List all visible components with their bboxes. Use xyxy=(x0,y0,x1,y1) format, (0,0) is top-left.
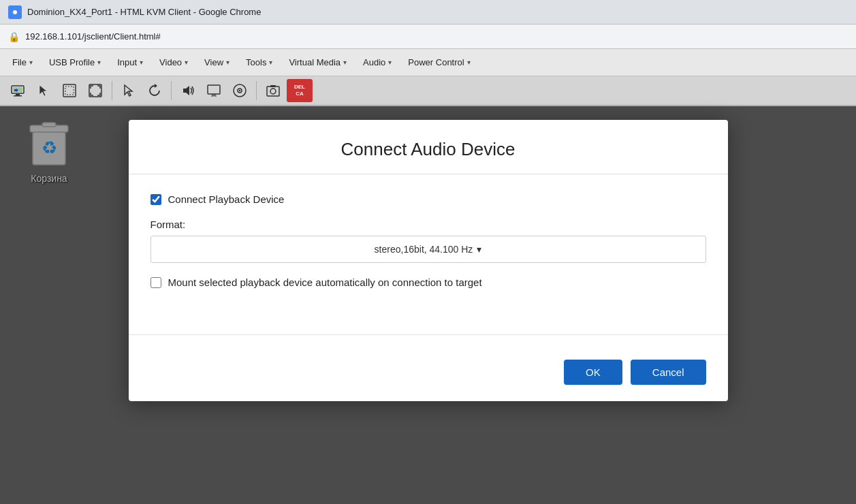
virtual-media-button[interactable] xyxy=(227,79,252,102)
browser-title: Dominion_KX4_Port1 - HTML KVM Client - G… xyxy=(27,7,261,17)
menu-virtual-media[interactable]: Virtual Media ▾ xyxy=(282,54,353,70)
connect-playback-row: Connect Playback Device xyxy=(150,193,706,205)
modal-body: Connect Playback Device Format: stereo,1… xyxy=(129,174,728,321)
monitor-button[interactable] xyxy=(202,79,226,102)
chevron-down-icon: ▾ xyxy=(269,59,272,66)
menu-video[interactable]: Video ▾ xyxy=(153,54,195,70)
address-text[interactable]: 192.168.1.101/jsclient/Client.html# xyxy=(25,31,161,42)
svg-rect-9 xyxy=(208,85,220,94)
modal-header: Connect Audio Device xyxy=(129,120,728,174)
svg-rect-5 xyxy=(14,95,22,97)
modal-overlay: Connect Audio Device Connect Playback De… xyxy=(0,106,856,504)
format-label: Format: xyxy=(150,219,706,230)
select-cursor-button[interactable] xyxy=(116,79,141,102)
normal-cursor-button[interactable] xyxy=(31,79,56,102)
main-area: ♻ Корзина Connect Audio Device Connect P… xyxy=(0,106,856,504)
screenshot-button[interactable] xyxy=(261,79,285,102)
chevron-down-icon: ▾ xyxy=(343,59,347,66)
toolbar: DELCA xyxy=(0,76,856,106)
modal-footer: OK Cancel xyxy=(129,349,728,401)
svg-rect-4 xyxy=(16,94,20,95)
menubar: File ▾ USB Profile ▾ Input ▾ Video ▾ Vie… xyxy=(0,49,856,76)
modal-title: Connect Audio Device xyxy=(150,139,706,160)
modal-divider xyxy=(129,334,728,335)
chevron-down-icon: ▾ xyxy=(185,59,188,66)
chevron-down-icon: ▾ xyxy=(467,59,471,66)
menu-power-control[interactable]: Power Control ▾ xyxy=(401,54,477,70)
connect-audio-dialog: Connect Audio Device Connect Playback De… xyxy=(129,120,728,401)
chevron-down-icon: ▾ xyxy=(388,59,392,66)
menu-file[interactable]: File ▾ xyxy=(5,54,39,70)
format-row: Format: stereo,16bit, 44.100 Hz ▾ stereo… xyxy=(150,219,706,263)
svg-rect-15 xyxy=(270,85,276,87)
connect-playback-checkbox[interactable] xyxy=(150,194,161,205)
browser-titlebar: Dominion_KX4_Port1 - HTML KVM Client - G… xyxy=(0,0,856,25)
format-select-container[interactable]: stereo,16bit, 44.100 Hz ▾ stereo,16bit, … xyxy=(150,236,706,263)
kvm-button[interactable] xyxy=(5,79,30,102)
toolbar-separator-3 xyxy=(256,81,257,100)
ctrl-alt-del-button[interactable]: DELCA xyxy=(287,79,313,102)
ok-button[interactable]: OK xyxy=(564,360,622,385)
svg-point-14 xyxy=(270,89,276,94)
cancel-button[interactable]: Cancel xyxy=(631,360,706,385)
menu-audio[interactable]: Audio ▾ xyxy=(356,54,398,70)
chevron-down-icon: ▾ xyxy=(97,59,101,66)
connect-playback-label[interactable]: Connect Playback Device xyxy=(168,193,285,205)
refresh-button[interactable] xyxy=(142,79,167,102)
chevron-down-icon: ▾ xyxy=(29,59,33,66)
menu-tools[interactable]: Tools ▾ xyxy=(239,54,279,70)
browser-icon xyxy=(8,5,22,19)
scale-to-fit-button[interactable] xyxy=(57,79,82,102)
auto-mount-label[interactable]: Mount selected playback device automatic… xyxy=(168,277,482,288)
expand-button[interactable] xyxy=(83,79,108,102)
svg-rect-13 xyxy=(267,86,279,96)
svg-point-12 xyxy=(239,90,240,91)
auto-mount-row: Mount selected playback device automatic… xyxy=(150,277,706,288)
auto-mount-checkbox[interactable] xyxy=(150,277,161,288)
toolbar-separator xyxy=(112,81,112,100)
menu-usb-profile[interactable]: USB Profile ▾ xyxy=(42,54,108,70)
svg-point-1 xyxy=(13,10,17,14)
browser-addressbar: 🔒 192.168.1.101/jsclient/Client.html# xyxy=(0,25,856,49)
lock-icon: 🔒 xyxy=(8,31,20,42)
svg-rect-7 xyxy=(65,86,74,95)
chevron-down-icon: ▾ xyxy=(226,59,229,66)
chevron-down-icon: ▾ xyxy=(140,59,143,66)
audio-button[interactable] xyxy=(176,79,200,102)
menu-input[interactable]: Input ▾ xyxy=(110,54,150,70)
toolbar-separator-2 xyxy=(171,81,172,100)
menu-view[interactable]: View ▾ xyxy=(197,54,236,70)
